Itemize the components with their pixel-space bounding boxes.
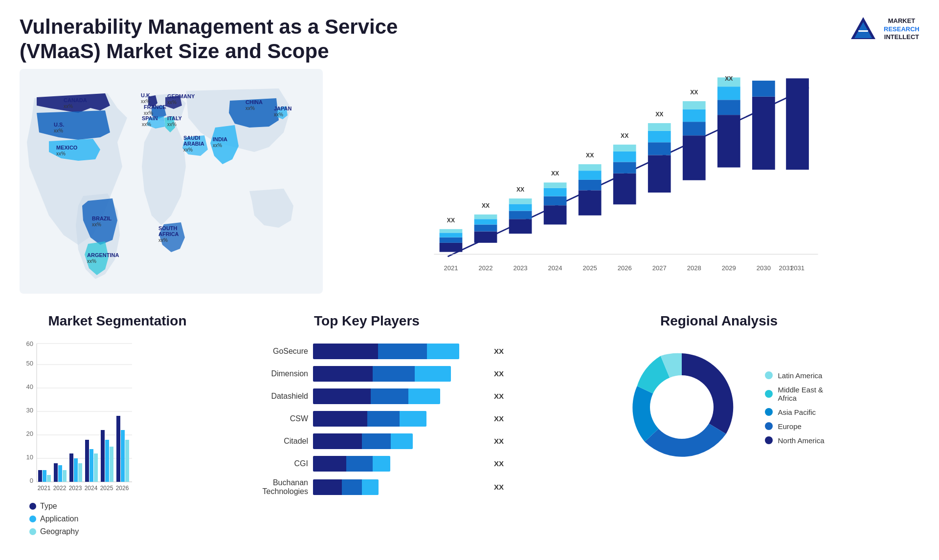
svg-text:xx%: xx% bbox=[183, 147, 193, 152]
bar-seg3 bbox=[391, 433, 413, 449]
bar-seg2 bbox=[342, 479, 362, 495]
player-bar-container bbox=[313, 479, 485, 495]
europe-label: Europe bbox=[778, 422, 801, 431]
svg-text:2029: 2029 bbox=[722, 264, 736, 272]
north-america-label: North America bbox=[778, 436, 824, 445]
segmentation-legend: Type Application Geography bbox=[20, 502, 215, 536]
svg-text:XX: XX bbox=[655, 111, 663, 118]
regional-section: Regional Analysis bbox=[518, 313, 919, 558]
asia-pacific-dot bbox=[765, 408, 773, 416]
svg-rect-55 bbox=[613, 151, 636, 162]
application-dot bbox=[29, 516, 36, 522]
players-list: GoSecure XX Dimension bbox=[230, 339, 504, 508]
india-label: INDIA bbox=[213, 136, 227, 142]
svg-text:2022: 2022 bbox=[53, 485, 67, 492]
svg-text:0: 0 bbox=[30, 477, 33, 484]
player-bar-container bbox=[313, 456, 485, 472]
type-label: Type bbox=[40, 502, 57, 511]
player-name: Dimension bbox=[230, 369, 308, 378]
svg-text:2028: 2028 bbox=[687, 264, 701, 272]
svg-rect-56 bbox=[613, 145, 636, 151]
svg-text:20: 20 bbox=[26, 430, 33, 437]
svg-rect-48 bbox=[579, 180, 602, 191]
svg-rect-37 bbox=[509, 204, 532, 211]
svg-text:30: 30 bbox=[26, 407, 33, 414]
svg-rect-120 bbox=[105, 440, 109, 482]
svg-rect-78 bbox=[752, 97, 775, 170]
svg-text:2026: 2026 bbox=[116, 485, 129, 492]
legend-north-america: North America bbox=[765, 436, 824, 445]
main-content: CANADA xx% U.S. xx% MEXICO xx% BRAZIL xx… bbox=[0, 69, 939, 303]
bar-seg3 bbox=[400, 411, 426, 427]
svg-text:xx%: xx% bbox=[213, 143, 222, 148]
svg-rect-44 bbox=[544, 182, 567, 188]
svg-rect-72 bbox=[717, 100, 740, 115]
bar-seg2 bbox=[373, 366, 415, 382]
china-label: CHINA bbox=[246, 99, 263, 105]
svg-rect-30 bbox=[474, 224, 497, 231]
svg-rect-79 bbox=[752, 81, 775, 97]
svg-rect-117 bbox=[89, 449, 93, 482]
type-dot bbox=[29, 503, 36, 510]
svg-rect-54 bbox=[613, 162, 636, 173]
svg-text:xx%: xx% bbox=[87, 258, 96, 264]
svg-rect-113 bbox=[69, 453, 73, 482]
svg-rect-43 bbox=[544, 188, 567, 196]
segmentation-chart: 0 10 20 30 40 50 60 2021 2022 2023 2024 … bbox=[20, 339, 205, 495]
svg-text:2023: 2023 bbox=[69, 485, 82, 492]
svg-text:xx%: xx% bbox=[158, 237, 168, 243]
player-bar-container bbox=[313, 411, 485, 427]
player-citadel: Citadel XX bbox=[230, 433, 504, 449]
france-label: FRANCE bbox=[144, 104, 166, 110]
player-name: Citadel bbox=[230, 437, 308, 446]
bar-seg3 bbox=[415, 366, 450, 382]
svg-rect-65 bbox=[683, 135, 706, 180]
svg-rect-32 bbox=[474, 215, 497, 219]
logo: MARKET RESEARCH INTELLECT bbox=[849, 15, 919, 44]
svg-rect-109 bbox=[47, 475, 51, 482]
player-cgi: CGI XX bbox=[230, 456, 504, 472]
north-america-dot bbox=[765, 436, 773, 444]
svg-text:2021: 2021 bbox=[38, 485, 51, 492]
svg-rect-29 bbox=[474, 231, 497, 242]
svg-rect-59 bbox=[648, 155, 671, 193]
svg-point-125 bbox=[650, 375, 714, 439]
svg-rect-107 bbox=[38, 470, 42, 482]
uk-label: U.K. bbox=[141, 92, 152, 98]
svg-text:xx%: xx% bbox=[56, 151, 66, 156]
player-dimension: Dimension XX bbox=[230, 366, 504, 382]
svg-text:xx%: xx% bbox=[141, 99, 150, 104]
saudi-label: SAUDI bbox=[183, 135, 200, 141]
europe-dot bbox=[765, 422, 773, 430]
player-bar-container bbox=[313, 433, 485, 449]
svg-rect-114 bbox=[74, 458, 78, 482]
svg-text:xx%: xx% bbox=[246, 106, 255, 111]
middle-east-label: Middle East &Africa bbox=[778, 386, 823, 402]
player-name: Buchanan Technologies bbox=[230, 478, 308, 496]
svg-text:2030: 2030 bbox=[757, 264, 771, 272]
regional-title: Regional Analysis bbox=[518, 313, 919, 329]
key-players-section: Top Key Players GoSecure XX Dimension bbox=[230, 313, 504, 558]
svg-rect-66 bbox=[683, 122, 706, 135]
svg-rect-115 bbox=[78, 463, 82, 482]
south-africa-label: SOUTH bbox=[158, 225, 178, 231]
latin-america-label: Latin America bbox=[778, 371, 822, 380]
svg-rect-68 bbox=[683, 101, 706, 109]
player-name: CSW bbox=[230, 414, 308, 423]
application-label: Application bbox=[40, 515, 78, 523]
svg-rect-53 bbox=[613, 173, 636, 205]
player-bar-container bbox=[313, 344, 485, 359]
svg-text:XX: XX bbox=[516, 186, 524, 193]
map-section: CANADA xx% U.S. xx% MEXICO xx% BRAZIL xx… bbox=[20, 69, 323, 303]
bar-seg1 bbox=[313, 344, 378, 359]
key-players-title: Top Key Players bbox=[230, 313, 504, 329]
svg-text:60: 60 bbox=[26, 340, 33, 347]
bar-chart-section: XX 2021 XX 2022 XX 2023 XX 2024 bbox=[333, 69, 919, 303]
svg-text:2025: 2025 bbox=[100, 485, 113, 492]
bar-seg2 bbox=[378, 344, 427, 359]
bar-seg1 bbox=[313, 479, 342, 495]
svg-text:2031: 2031 bbox=[790, 264, 805, 272]
svg-text:2024: 2024 bbox=[548, 264, 562, 272]
legend-europe: Europe bbox=[765, 422, 824, 431]
player-name: CGI bbox=[230, 459, 308, 468]
